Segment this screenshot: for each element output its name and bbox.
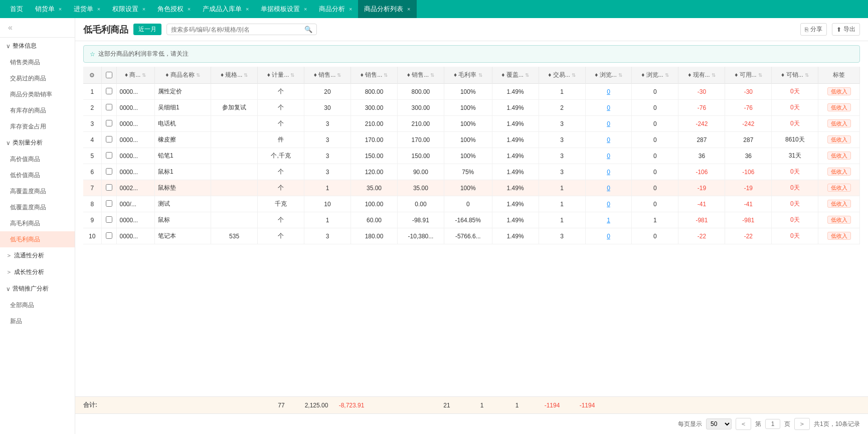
row-checkbox[interactable] [106,136,112,142]
close-icon[interactable]: × [188,6,191,12]
cell-checkbox[interactable] [101,196,116,212]
prev-page-btn[interactable]: ＜ [736,418,751,430]
sidebar-item-capital[interactable]: 库存资金占用 [0,118,75,134]
sidebar-group-overall[interactable]: ∨ 整体信息 [0,38,75,54]
row-checkbox[interactable] [106,232,112,239]
col-browse2[interactable]: ♦ 浏览... ⇅ [632,67,678,84]
browse1-link[interactable]: 0 [607,185,610,192]
col-name[interactable]: ♦ 商品名称 ⇅ [154,67,211,84]
nav-product-analysis[interactable]: 商品分析 × [313,0,358,18]
sidebar-group-category[interactable]: ∨ 类别量分析 [0,134,75,151]
row-checkbox[interactable] [106,216,112,223]
sidebar-item-traded-goods[interactable]: 交易过的商品 [0,70,75,86]
col-unit[interactable]: ♦ 计量... ⇅ [258,67,304,84]
sidebar-item-all-goods[interactable]: 全部商品 [0,297,75,313]
sidebar-item-sales-goods[interactable]: 销售类商品 [0,54,75,70]
nav-template-settings[interactable]: 单据模板设置 × [255,0,313,18]
browse1-link[interactable]: 0 [607,153,610,160]
browse1-link[interactable]: 0 [607,233,610,240]
sidebar-group-circulation[interactable]: ＞ 流通性分析 [0,247,75,264]
cell-browse1[interactable]: 0 [585,228,632,244]
cell-browse1[interactable]: 0 [585,132,632,148]
close-icon[interactable]: × [407,6,410,12]
cell-browse1[interactable]: 0 [585,116,632,132]
sidebar-item-high-value[interactable]: 高价值商品 [0,151,75,167]
row-checkbox[interactable] [106,184,112,191]
nav-role-auth[interactable]: 角色授权 × [151,0,197,18]
per-page-select[interactable]: 50 100 [706,418,732,429]
share-btn[interactable]: ⎘ 分享 [800,23,827,36]
sidebar-item-new-goods[interactable]: 新品 [0,313,75,329]
col-browse1[interactable]: ♦ 浏览... ⇅ [585,67,632,84]
browse1-link[interactable]: 0 [607,104,610,111]
col-tag[interactable]: 标签 [818,67,860,84]
col-current-stock[interactable]: ♦ 现有... ⇅ [678,67,725,84]
row-checkbox[interactable] [106,200,112,207]
cell-checkbox[interactable] [101,148,116,164]
sidebar-group-marketing[interactable]: ∨ 营销推广分析 [0,280,75,297]
cell-browse1[interactable]: 1 [585,212,632,228]
select-all-checkbox[interactable] [106,72,112,78]
close-icon[interactable]: × [246,6,249,12]
nav-product-entry[interactable]: 产成品入库单 × [197,0,255,18]
sidebar-collapse-btn[interactable]: « [6,22,15,33]
row-checkbox[interactable] [106,104,112,110]
cell-browse1[interactable]: 0 [585,180,632,196]
sidebar-item-low-value[interactable]: 低价值商品 [0,167,75,183]
col-available[interactable]: ♦ 可用... ⇅ [725,67,772,84]
col-code[interactable]: ♦ 商... ⇅ [116,67,154,84]
col-settings[interactable]: ⚙ [83,67,101,84]
sidebar-item-category-rate[interactable]: 商品分类助销率 [0,86,75,102]
row-checkbox[interactable] [106,168,112,175]
browse1-link[interactable]: 0 [607,136,610,143]
cell-browse1[interactable]: 0 [585,84,632,100]
sidebar-item-low-coverage[interactable]: 低覆盖度商品 [0,199,75,215]
nav-home[interactable]: 首页 [4,0,29,18]
col-transaction[interactable]: ♦ 交易... ⇅ [539,67,585,84]
col-sales-qty[interactable]: ♦ 销售... ⇅ [304,67,351,84]
nav-product-analysis-list[interactable]: 商品分析列表 × [358,0,416,18]
cell-checkbox[interactable] [101,100,116,116]
cell-checkbox[interactable] [101,84,116,100]
col-sales-price[interactable]: ♦ 销售... ⇅ [351,67,398,84]
col-checkbox[interactable] [101,67,116,84]
sidebar-item-stock-goods[interactable]: 有库存的商品 [0,102,75,118]
cell-browse1[interactable]: 0 [585,100,632,116]
col-sales-profit[interactable]: ♦ 销售... ⇅ [397,67,444,84]
sidebar-item-high-coverage[interactable]: 高覆盖度商品 [0,183,75,199]
search-input[interactable] [171,26,304,33]
col-spec[interactable]: ♦ 规格... ⇅ [211,67,258,84]
browse1-link[interactable]: 0 [607,169,610,176]
browse1-link[interactable]: 0 [607,201,610,208]
cell-checkbox[interactable] [101,228,116,244]
cell-checkbox[interactable] [101,164,116,180]
cell-checkbox[interactable] [101,132,116,148]
nav-purchase-order[interactable]: 进货单 × [68,0,106,18]
cell-checkbox[interactable] [101,180,116,196]
close-icon[interactable]: × [97,6,100,12]
browse1-link[interactable]: 0 [607,88,610,95]
cell-browse1[interactable]: 0 [585,164,632,180]
export-btn[interactable]: ⬆ 导出 [832,23,860,36]
sidebar-group-growth[interactable]: ＞ 成长性分析 [0,264,75,280]
row-checkbox[interactable] [106,152,112,159]
close-icon[interactable]: × [304,6,307,12]
cell-browse1[interactable]: 0 [585,196,632,212]
cell-browse1[interactable]: 0 [585,148,632,164]
cell-checkbox[interactable] [101,116,116,132]
sidebar-item-low-margin[interactable]: 低毛利商品 [0,231,75,247]
close-icon[interactable]: × [349,6,352,12]
col-coverage[interactable]: ♦ 覆盖... ⇅ [492,67,539,84]
row-checkbox[interactable] [106,120,112,126]
next-page-btn[interactable]: ＞ [794,418,810,430]
browse1-link[interactable]: 0 [607,120,610,127]
row-checkbox[interactable] [106,88,112,94]
nav-sales-order[interactable]: 销货单 × [29,0,68,18]
close-icon[interactable]: × [59,6,62,12]
close-icon[interactable]: × [142,6,145,12]
col-gross-margin[interactable]: ♦ 毛利率 ⇅ [444,67,492,84]
settings-icon[interactable]: ⚙ [89,72,95,79]
sidebar-item-high-margin[interactable]: 高毛利商品 [0,215,75,231]
nav-permission[interactable]: 权限设置 × [106,0,151,18]
date-filter-btn[interactable]: 近一月 [133,24,161,35]
